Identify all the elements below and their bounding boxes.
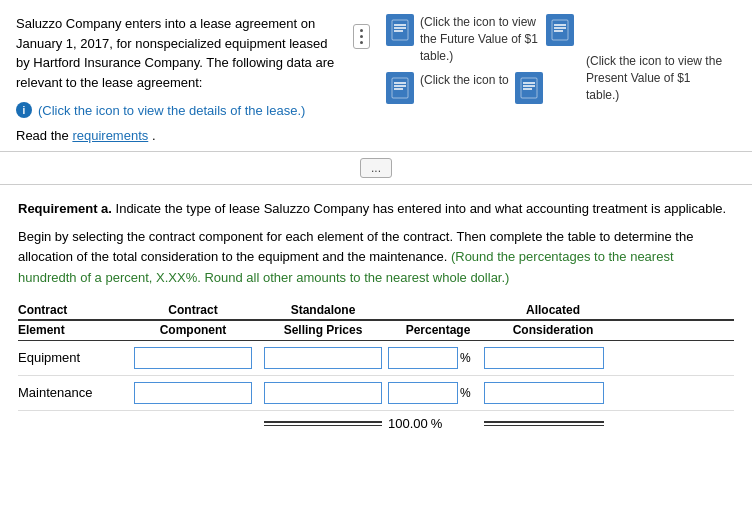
maintenance-pct-input[interactable] [388, 382, 458, 404]
future-value-icon-right[interactable] [546, 14, 574, 46]
subheader-selling: Selling Prices [258, 323, 388, 337]
present-value-group: (Click the icon to [386, 72, 574, 104]
present-value-icon-left[interactable] [386, 72, 414, 104]
right-label-col: (Click the icon to view the Present Valu… [586, 14, 726, 143]
total-pct-area: 100.00 % [388, 416, 478, 431]
header-percentage [388, 303, 488, 317]
divider-col [346, 14, 376, 143]
equipment-pct-input[interactable] [388, 347, 458, 369]
maintenance-alloc-input[interactable] [484, 382, 604, 404]
svg-rect-12 [521, 78, 537, 98]
label-equipment: Equipment [18, 350, 128, 365]
requirements-row: Read the requirements . [16, 128, 336, 143]
svg-rect-4 [552, 20, 568, 40]
right-section: (Click the icon to view the Future Value… [386, 14, 736, 143]
maintenance-selling-cell [264, 382, 382, 404]
dot2 [360, 35, 363, 38]
header-contract-elem: Contract [18, 303, 128, 317]
svg-rect-0 [392, 20, 408, 40]
requirements-link[interactable]: requirements [72, 128, 148, 143]
maintenance-component-cell [134, 382, 252, 404]
table-row-maintenance: Maintenance % [18, 376, 734, 411]
maintenance-selling-input[interactable] [264, 382, 382, 404]
main-container: Saluzzo Company enters into a lease agre… [0, 0, 752, 505]
present-value-label: (Click the icon to [420, 72, 509, 89]
req-rest: Indicate the type of lease Saluzzo Compa… [112, 201, 726, 216]
top-section: Saluzzo Company enters into a lease agre… [0, 0, 752, 152]
requirement-title: Requirement a. Indicate the type of leas… [18, 199, 734, 219]
svg-rect-8 [392, 78, 408, 98]
info-row: i (Click the icon to view the details of… [16, 102, 336, 118]
subheader-element: Element [18, 323, 128, 337]
future-value-icon-left[interactable] [386, 14, 414, 46]
bottom-section: Requirement a. Indicate the type of leas… [0, 185, 752, 452]
pv-table-label: (Click the icon to view the Present Valu… [586, 53, 726, 103]
info-icon[interactable]: i [16, 102, 32, 118]
maintenance-pct-cell: % [388, 382, 478, 404]
total-standalone-area [264, 421, 382, 426]
read-period: . [152, 128, 156, 143]
total-line-top [264, 421, 382, 423]
equipment-component-input[interactable] [134, 347, 252, 369]
req-bold: Requirement a. [18, 201, 112, 216]
table-container: Contract Contract Standalone Allocated E… [18, 303, 734, 436]
header-contract-comp: Contract [128, 303, 258, 317]
lease-description: Saluzzo Company enters into a lease agre… [16, 14, 336, 92]
subheader-component: Component [128, 323, 258, 337]
future-value-group: (Click the icon to view the Future Value… [386, 14, 574, 64]
equipment-component-cell [134, 347, 252, 369]
dots-expander[interactable] [353, 24, 370, 49]
maintenance-alloc-cell [484, 382, 604, 404]
subheader-pct: Percentage [388, 323, 488, 337]
future-value-label: (Click the icon to view the Future Value… [420, 14, 540, 64]
header-standalone: Standalone [258, 303, 388, 317]
subheader-consid: Consideration [488, 323, 618, 337]
equipment-selling-cell [264, 347, 382, 369]
present-value-icon-right[interactable] [515, 72, 543, 104]
equipment-alloc-input[interactable] [484, 347, 604, 369]
table-header-row1: Contract Contract Standalone Allocated [18, 303, 734, 321]
more-button[interactable]: ... [360, 158, 392, 178]
label-maintenance: Maintenance [18, 385, 128, 400]
total-pct-value: 100.00 [388, 416, 428, 431]
equipment-pct-cell: % [388, 347, 478, 369]
table-total-row: 100.00 % [18, 411, 734, 436]
total-alloc-area [484, 421, 604, 426]
table-header-row2: Element Component Selling Prices Percent… [18, 321, 734, 341]
total-alloc-line-top [484, 421, 604, 423]
equipment-pct-sign: % [460, 351, 471, 365]
header-allocated: Allocated [488, 303, 618, 317]
dot1 [360, 29, 363, 32]
equipment-alloc-cell [484, 347, 604, 369]
left-text-area: Saluzzo Company enters into a lease agre… [16, 14, 336, 143]
read-text: Read the [16, 128, 69, 143]
maintenance-pct-sign: % [460, 386, 471, 400]
total-line-bottom [264, 425, 382, 426]
instruction-text: Begin by selecting the contract componen… [18, 227, 734, 289]
total-alloc-line-bottom [484, 425, 604, 426]
table-row-equipment: Equipment % [18, 341, 734, 376]
total-pct-sign: % [431, 416, 443, 431]
table-buttons-col: (Click the icon to view the Future Value… [386, 14, 574, 143]
details-link[interactable]: (Click the icon to view the details of t… [38, 103, 305, 118]
maintenance-component-input[interactable] [134, 382, 252, 404]
more-btn-row: ... [0, 152, 752, 185]
equipment-selling-input[interactable] [264, 347, 382, 369]
dot3 [360, 41, 363, 44]
